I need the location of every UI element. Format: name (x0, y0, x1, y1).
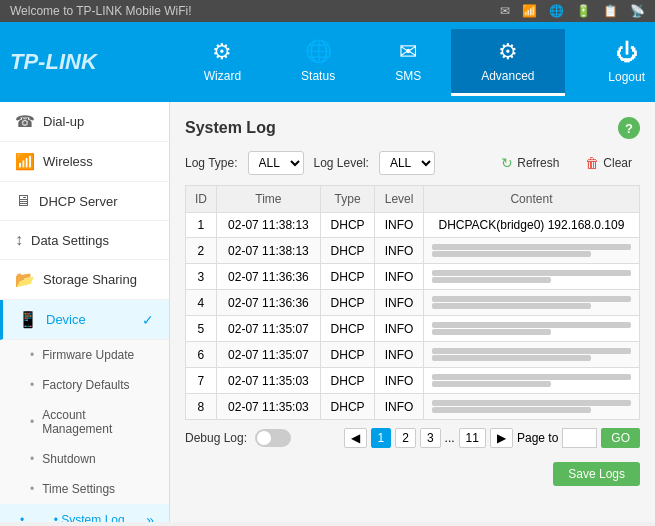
cell-time: 02-07 11:35:07 (216, 342, 320, 368)
sidebar-item-firmware[interactable]: Firmware Update (0, 340, 169, 370)
cell-content (423, 238, 639, 264)
sidebar-item-account[interactable]: Account Management (0, 400, 169, 444)
go-button[interactable]: GO (601, 428, 640, 448)
wifi-icon: 📡 (630, 4, 645, 18)
clear-icon: 🗑 (585, 155, 599, 171)
table-row: 602-07 11:35:07DHCPINFO (186, 342, 640, 368)
table-row: 502-07 11:35:07DHCPINFO (186, 316, 640, 342)
sidebar-data-label: Data Settings (31, 233, 109, 248)
table-row: 202-07 11:38:13DHCPINFO (186, 238, 640, 264)
sidebar-item-wireless[interactable]: 📶 Wireless (0, 142, 169, 182)
chevron-icon: ✓ (142, 312, 154, 328)
cell-level: INFO (375, 238, 424, 264)
cell-level: INFO (375, 394, 424, 420)
dialup-icon: ☎ (15, 112, 35, 131)
main-content: System Log ? Log Type: ALL Log Level: AL… (170, 102, 655, 522)
sidebar: ☎ Dial-up 📶 Wireless 🖥 DHCP Server ↕ Dat… (0, 102, 170, 522)
refresh-icon: ↻ (501, 155, 513, 171)
device-icon: 📱 (18, 310, 38, 329)
shutdown-label: Shutdown (42, 452, 95, 466)
next-page-button[interactable]: ▶ (490, 428, 513, 448)
sidebar-dhcp-label: DHCP Server (39, 194, 118, 209)
help-button[interactable]: ? (618, 117, 640, 139)
account-label: Account Management (42, 408, 154, 436)
globe-icon: 🌐 (549, 4, 564, 18)
cell-time: 02-07 11:38:13 (216, 238, 320, 264)
cell-level: INFO (375, 213, 424, 238)
pagination: ◀ 1 2 3 ... 11 ▶ Page to GO (344, 428, 640, 448)
firmware-label: Firmware Update (42, 348, 134, 362)
data-icon: ↕ (15, 231, 23, 249)
log-actions: ↻ Refresh 🗑 Clear (493, 151, 640, 175)
save-logs-button[interactable]: Save Logs (553, 462, 640, 486)
sidebar-item-device[interactable]: 📱 Device ✓ (0, 300, 169, 340)
log-type-label: Log Type: (185, 156, 238, 170)
page-3-button[interactable]: 3 (420, 428, 441, 448)
col-time: Time (216, 186, 320, 213)
sidebar-item-syslog[interactable]: • System Log » (0, 504, 169, 522)
tab-wizard[interactable]: ⚙ Wizard (174, 29, 271, 96)
tab-sms-label: SMS (395, 69, 421, 83)
page-to-input[interactable] (562, 428, 597, 448)
tab-sms[interactable]: ✉ SMS (365, 29, 451, 96)
table-row: 702-07 11:35:03DHCPINFO (186, 368, 640, 394)
log-level-select[interactable]: ALL (379, 151, 435, 175)
cell-type: DHCP (320, 264, 374, 290)
top-bar-title: Welcome to TP-LINK Mobile WiFi! (10, 4, 192, 18)
status-icon: 🌐 (305, 39, 332, 65)
sidebar-submenu: Firmware Update Factory Defaults Account… (0, 340, 169, 522)
cell-content (423, 394, 639, 420)
cell-level: INFO (375, 342, 424, 368)
header: TP-LINK ⚙ Wizard 🌐 Status ✉ SMS ⚙ Advanc… (0, 22, 655, 102)
tab-advanced[interactable]: ⚙ Advanced (451, 29, 564, 96)
cell-type: DHCP (320, 290, 374, 316)
sidebar-item-shutdown[interactable]: Shutdown (0, 444, 169, 474)
page-to-label: Page to (517, 431, 558, 445)
sidebar-item-data[interactable]: ↕ Data Settings (0, 221, 169, 260)
log-type-select[interactable]: ALL (248, 151, 304, 175)
sidebar-dialup-label: Dial-up (43, 114, 84, 129)
log-controls: Log Type: ALL Log Level: ALL ↻ Refresh 🗑… (185, 151, 640, 175)
sidebar-item-storage[interactable]: 📂 Storage Sharing (0, 260, 169, 300)
nav-tabs: ⚙ Wizard 🌐 Status ✉ SMS ⚙ Advanced (130, 29, 608, 96)
refresh-button[interactable]: ↻ Refresh (493, 151, 567, 175)
cell-type: DHCP (320, 394, 374, 420)
cell-content (423, 368, 639, 394)
cell-type: DHCP (320, 238, 374, 264)
cell-id: 3 (186, 264, 217, 290)
col-type: Type (320, 186, 374, 213)
page-11-button[interactable]: 11 (459, 428, 486, 448)
cell-id: 8 (186, 394, 217, 420)
sidebar-item-time[interactable]: Time Settings (0, 474, 169, 504)
cell-time: 02-07 11:38:13 (216, 213, 320, 238)
refresh-label: Refresh (517, 156, 559, 170)
debug-label: Debug Log: (185, 431, 247, 445)
tab-status[interactable]: 🌐 Status (271, 29, 365, 96)
clear-button[interactable]: 🗑 Clear (577, 151, 640, 175)
table-row: 802-07 11:35:03DHCPINFO (186, 394, 640, 420)
logout-label: Logout (608, 70, 645, 84)
log-table: ID Time Type Level Content 102-07 11:38:… (185, 185, 640, 420)
col-id: ID (186, 186, 217, 213)
prev-page-button[interactable]: ◀ (344, 428, 367, 448)
cell-id: 7 (186, 368, 217, 394)
table-row: 402-07 11:36:36DHCPINFO (186, 290, 640, 316)
section-header: System Log ? (185, 117, 640, 139)
page-ellipsis: ... (445, 431, 455, 445)
logout-button[interactable]: ⏻ Logout (608, 40, 645, 84)
sidebar-item-factory[interactable]: Factory Defaults (0, 370, 169, 400)
page-2-button[interactable]: 2 (395, 428, 416, 448)
page-1-button[interactable]: 1 (371, 428, 392, 448)
table-row: 302-07 11:36:36DHCPINFO (186, 264, 640, 290)
sidebar-item-dialup[interactable]: ☎ Dial-up (0, 102, 169, 142)
cell-type: DHCP (320, 342, 374, 368)
syslog-arrow: » (146, 512, 154, 522)
wizard-icon: ⚙ (212, 39, 232, 65)
logo: TP-LINK (10, 49, 130, 75)
cell-time: 02-07 11:36:36 (216, 290, 320, 316)
wireless-icon: 📶 (15, 152, 35, 171)
debug-toggle[interactable] (255, 429, 291, 447)
cell-content (423, 290, 639, 316)
sidebar-item-dhcp[interactable]: 🖥 DHCP Server (0, 182, 169, 221)
sim-icon: 📋 (603, 4, 618, 18)
